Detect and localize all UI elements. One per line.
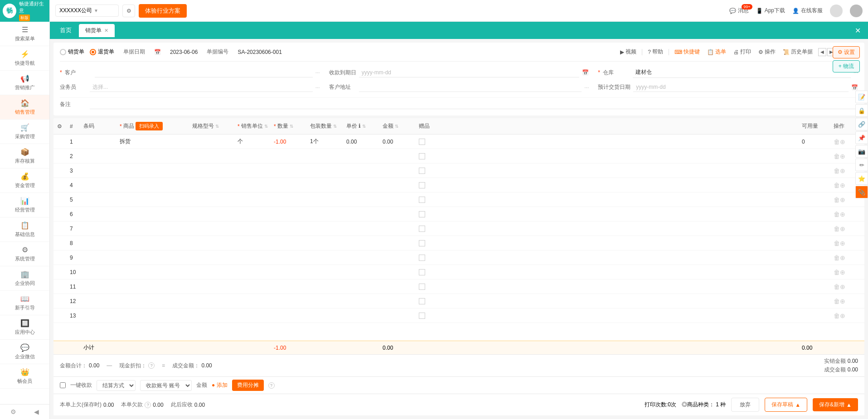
- row3-delete-btn[interactable]: 🗑: [834, 167, 840, 174]
- row8-copy-btn[interactable]: ⊕: [840, 240, 845, 247]
- sidebar-item-purchase[interactable]: 🛒 采购管理: [0, 120, 49, 144]
- row5-gift[interactable]: [419, 197, 441, 203]
- video-btn[interactable]: ▶ 视频: [618, 47, 638, 57]
- sidebar-item-guide[interactable]: 📖 新手引导: [0, 291, 49, 315]
- scan-btn[interactable]: 扫码录入: [136, 122, 163, 130]
- row7-delete-btn[interactable]: 🗑: [834, 225, 840, 232]
- salesperson-input[interactable]: [90, 82, 313, 92]
- salesperson-more-btn[interactable]: ···: [315, 84, 320, 91]
- row1-pkgqty[interactable]: 1个: [310, 138, 346, 145]
- row12-delete-btn[interactable]: 🗑: [834, 298, 840, 305]
- row2-copy-btn[interactable]: ⊕: [840, 153, 845, 160]
- row8-gift[interactable]: [419, 240, 441, 246]
- row10-copy-btn[interactable]: ⊕: [840, 269, 845, 276]
- overdue-help-icon[interactable]: ?: [145, 402, 151, 408]
- payment-due-input[interactable]: [359, 68, 580, 77]
- row13-delete-btn[interactable]: 🗑: [834, 312, 840, 319]
- app-download-btn[interactable]: 📱 App下载: [756, 7, 785, 14]
- row7-gift-checkbox[interactable]: [419, 226, 425, 232]
- row1-price[interactable]: 0.00: [346, 139, 383, 145]
- online-service-btn[interactable]: 👤 在线客服: [792, 7, 823, 14]
- settings-gear-btn[interactable]: ⚙: [122, 5, 135, 17]
- row5-delete-btn[interactable]: 🗑: [834, 196, 840, 203]
- payment-due-calendar-icon[interactable]: 📅: [582, 69, 589, 76]
- sidebar-item-finance[interactable]: 💰 资金管理: [0, 169, 49, 193]
- discount-help-icon[interactable]: ?: [148, 362, 155, 369]
- float-btn-2[interactable]: 🔒: [855, 104, 868, 117]
- row12-gift[interactable]: [419, 298, 441, 304]
- delivery-date-input[interactable]: [633, 82, 849, 92]
- sidebar-item-apps[interactable]: 🔲 应用中心: [0, 315, 49, 340]
- sidebar-item-wechat[interactable]: 💬 企业微信: [0, 340, 49, 364]
- prev-arrow[interactable]: ◀: [818, 48, 826, 56]
- tabbar-close-btn[interactable]: ✕: [851, 24, 864, 37]
- row7-gift[interactable]: [419, 226, 441, 232]
- delivery-date-calendar-icon[interactable]: 📅: [851, 84, 858, 91]
- float-btn-5[interactable]: 📷: [855, 145, 868, 158]
- row6-copy-btn[interactable]: ⊕: [840, 211, 845, 218]
- sidebar-item-marketing[interactable]: 📢 营销推广: [0, 71, 49, 95]
- payment-help-icon[interactable]: ?: [268, 382, 275, 389]
- row11-gift-checkbox[interactable]: [419, 284, 425, 290]
- trial-plan-btn[interactable]: 体验行业方案: [139, 4, 187, 18]
- row6-delete-btn[interactable]: 🗑: [834, 211, 840, 218]
- customer-more-btn[interactable]: ···: [315, 69, 320, 76]
- customer-addr-input[interactable]: [359, 82, 582, 92]
- tab-close-btn[interactable]: ✕: [104, 28, 108, 34]
- row9-copy-btn[interactable]: ⊕: [840, 254, 845, 261]
- row2-delete-btn[interactable]: 🗑: [834, 153, 840, 160]
- sidebar-settings-btn[interactable]: ⚙: [10, 408, 16, 415]
- row8-gift-checkbox[interactable]: [419, 240, 425, 246]
- row1-qty[interactable]: -1.00: [274, 139, 310, 145]
- row10-gift-checkbox[interactable]: [419, 269, 425, 275]
- fee-split-btn[interactable]: 费用分摊: [232, 380, 264, 391]
- shortcut-btn[interactable]: ⌨ 快捷键: [673, 47, 702, 57]
- row5-copy-btn[interactable]: ⊕: [840, 196, 845, 203]
- row1-gift[interactable]: [419, 139, 441, 145]
- row13-gift[interactable]: [419, 313, 441, 319]
- row8-delete-btn[interactable]: 🗑: [834, 240, 840, 247]
- customer-input[interactable]: [95, 68, 313, 77]
- warehouse-more-btn[interactable]: ···: [853, 69, 858, 76]
- sidebar-item-operations[interactable]: 📊 经营管理: [0, 193, 49, 217]
- row3-gift[interactable]: [419, 168, 441, 174]
- row1-copy-btn[interactable]: ⊕: [840, 138, 845, 145]
- row11-copy-btn[interactable]: ⊕: [840, 283, 845, 290]
- row11-delete-btn[interactable]: 🗑: [834, 283, 840, 290]
- avatar[interactable]: [830, 5, 843, 17]
- one-click-payment-checkbox[interactable]: [60, 382, 66, 388]
- row4-delete-btn[interactable]: 🗑: [834, 182, 840, 189]
- radio-return-order[interactable]: 退货单: [90, 48, 114, 56]
- row4-gift[interactable]: [419, 182, 441, 188]
- sidebar-collapse-btn[interactable]: ◀: [34, 408, 39, 415]
- operation-btn[interactable]: ⚙ 操作: [756, 47, 777, 57]
- row13-gift-checkbox[interactable]: [419, 313, 425, 319]
- float-btn-8[interactable]: 📎: [855, 186, 868, 198]
- sidebar-item-inventory[interactable]: 📦 库存核算: [0, 144, 49, 169]
- row11-gift[interactable]: [419, 284, 441, 290]
- row1-product[interactable]: 拆货: [120, 138, 192, 145]
- radio-sales-order[interactable]: 销货单: [60, 48, 84, 56]
- sidebar-item-search[interactable]: ☰ 搜索菜单: [0, 22, 49, 46]
- row6-gift-checkbox[interactable]: [419, 211, 425, 217]
- row13-copy-btn[interactable]: ⊕: [840, 312, 845, 319]
- save-draft-btn[interactable]: 保存草稿 ▲: [765, 398, 807, 412]
- row4-copy-btn[interactable]: ⊕: [840, 182, 845, 189]
- sidebar-item-quick-nav[interactable]: ⚡ 快捷导航: [0, 46, 49, 71]
- row1-gift-checkbox[interactable]: [419, 139, 425, 145]
- payment-account-select[interactable]: 收款账号 账号: [140, 380, 192, 391]
- message-btn[interactable]: 💬 消息 99+: [729, 7, 749, 14]
- sidebar-item-enterprise[interactable]: 🏢 企业协同: [0, 266, 49, 291]
- avatar2[interactable]: [850, 5, 863, 17]
- print-btn[interactable]: 🖨 打印: [732, 47, 753, 57]
- row2-gift-checkbox[interactable]: [419, 153, 425, 159]
- float-btn-7[interactable]: ⭐: [855, 172, 868, 185]
- company-selector[interactable]: XXXXXX公司 ▼: [55, 5, 119, 17]
- th-settings[interactable]: ⚙: [57, 123, 70, 130]
- date-calendar-icon[interactable]: 📅: [154, 49, 161, 55]
- row9-gift-checkbox[interactable]: [419, 255, 425, 261]
- sidebar-item-sales[interactable]: 🏠 销售管理: [0, 95, 49, 120]
- row10-delete-btn[interactable]: 🗑: [834, 269, 840, 276]
- float-btn-1[interactable]: 📝: [855, 91, 868, 103]
- customer-addr-more-btn[interactable]: ···: [584, 84, 589, 91]
